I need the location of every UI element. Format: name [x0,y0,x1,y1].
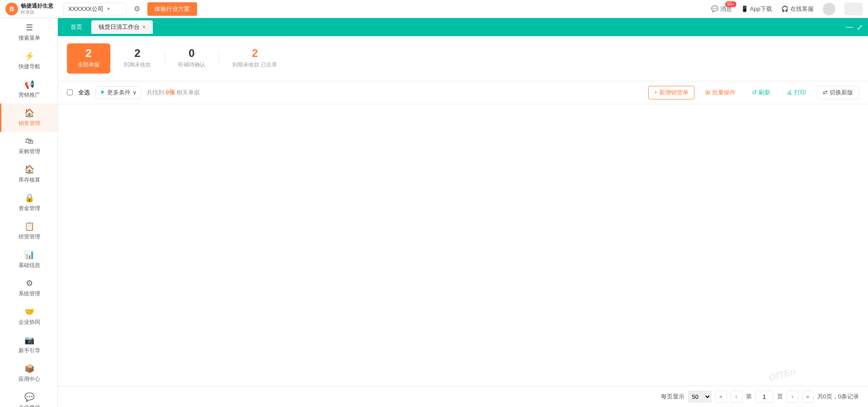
tab-close-icon[interactable]: × [142,24,146,30]
inventory-icon: 🏠 [24,164,34,174]
marketing-icon: 📢 [24,80,34,89]
enterprise-icon: 🤝 [24,307,34,317]
total-records-label: 共0页，0条记录 [817,393,859,401]
sidebar-item-marketing[interactable]: 📢 营销推广 [0,75,57,103]
sidebar-item-label: 经营管理 [19,233,40,241]
tab-bar: 首页 钱货日清工作台 × — ⤢ [58,18,868,36]
page-input[interactable] [755,391,774,402]
next-page-button[interactable]: › [787,391,798,402]
sidebar-item-label: 搜索菜单 [19,34,40,42]
select-all-checkbox[interactable] [67,89,73,95]
batch-icon: ⊞ [705,89,710,96]
logo-area: B 畅捷通好生意 标准版 [5,3,63,15]
per-page-select[interactable]: 50 20 100 [688,391,712,402]
trial-button[interactable]: 体验行业方案 [147,2,197,16]
stat-pending-label: 旺铺待确认 [178,61,205,69]
sidebar-item-operation[interactable]: 📋 经营管理 [0,217,57,245]
print-button[interactable]: 🖨 打印 [781,86,811,99]
sidebar-item-system[interactable]: ⚙ 系统管理 [0,274,57,302]
funds-icon: 🔒 [24,193,34,203]
sidebar-item-guide[interactable]: 📷 新手引导 [0,331,57,359]
minimize-icon[interactable]: — [846,23,853,32]
app-download-button[interactable]: 📱 App下载 [741,5,772,13]
switch-icon: ⇄ [823,89,828,96]
sidebar-item-label: 企业微信 [19,404,40,407]
logo-text: 畅捷通好生意 标准版 [21,3,53,14]
refresh-icon: ↺ [752,89,757,96]
quick-nav-icon: ⚡ [24,51,34,61]
sales-icon: 🏠 [24,108,34,118]
sidebar: ☰ 搜索菜单 ⚡ 快捷导航 📢 营销推广 🏠 销售管理 🛍 采购管理 🏠 库存核… [0,18,58,407]
wechat-icon: 💬 [24,392,34,402]
tab-controls: — ⤢ [846,23,863,32]
online-service-button[interactable]: 🎧 在线客服 [781,5,814,13]
stat-shipped-label: 到期未收款 已出库 [232,61,277,69]
sidebar-item-label: 基础信息 [19,262,40,269]
expand-icon[interactable]: ⤢ [857,23,863,32]
sidebar-item-app-center[interactable]: 📦 应用中心 [0,359,57,388]
operation-icon: 📋 [24,221,34,231]
sidebar-item-search-menu[interactable]: ☰ 搜索菜单 [0,18,57,47]
sidebar-item-funds[interactable]: 🔒 资金管理 [0,188,57,217]
user-name-area[interactable] [844,3,863,15]
new-sale-order-button[interactable]: + 新增销货单 [648,86,694,99]
search-menu-icon: ☰ [26,23,33,33]
stat-card-pending[interactable]: 0 旺铺待确认 [165,43,219,74]
stat-card-shipped[interactable]: 2 到期未收款 已出库 [219,43,291,74]
stat-overdue-label: 到期未收款 [124,61,151,69]
sidebar-item-label: 企业协同 [19,318,40,326]
pagination: 每页显示 50 20 100 « ‹ 第 页 › » 共0页，0条记录 [58,386,868,407]
prev-page-button[interactable]: ‹ [731,391,742,402]
toolbar: 全选 ▼ 更多条件 ∨ 共找到 0张 相关单据 + 新增销货单 ⊞ [58,81,868,104]
message-button[interactable]: 💬 消息 99+ [711,5,732,13]
logo-icon: B [5,3,18,15]
toolbar-right: + 新增销货单 ⊞ 批量操作 ↺ 刷新 🖨 打印 ⇄ [648,86,859,99]
tab-active[interactable]: 钱货日清工作台 × [91,20,153,34]
switch-version-button[interactable]: ⇄ 切换新版 [817,86,859,99]
page-content: 2 全部单据 2 到期未收款 0 旺铺待确认 2 到期未收款 已出库 [58,36,868,407]
first-page-button[interactable]: « [715,391,727,402]
message-badge: 99+ [725,1,736,7]
stat-card-all[interactable]: 2 全部单据 [67,43,110,74]
refresh-button[interactable]: ↺ 刷新 [746,86,776,99]
message-icon: 💬 [711,5,718,12]
sidebar-item-purchase[interactable]: 🛍 采购管理 [0,132,57,160]
filter-icon: ▼ [99,89,105,96]
sidebar-item-label: 销售管理 [19,120,40,127]
stat-card-overdue[interactable]: 2 到期未收款 [110,43,165,74]
sidebar-item-label: 资金管理 [19,205,40,212]
sidebar-item-quick-nav[interactable]: ⚡ 快捷导航 [0,47,57,75]
last-page-button[interactable]: » [802,391,814,402]
company-selector[interactable]: XXXXXX公司 ▼ [63,3,127,15]
stat-all-number: 2 [78,47,99,60]
stat-all-label: 全部单据 [78,61,99,69]
system-icon: ⚙ [26,278,33,288]
sidebar-item-label: 应用中心 [19,375,40,383]
content-area: 首页 钱货日清工作台 × — ⤢ 2 全部单据 2 到期未收款 [58,18,868,407]
table-area [58,104,868,386]
tab-home[interactable]: 首页 [63,20,90,34]
sidebar-item-label: 采购管理 [19,148,40,155]
found-text: 共找到 0张 相关单据 [146,89,200,97]
avatar[interactable] [823,3,835,15]
service-icon: 🎧 [781,5,788,12]
sidebar-item-wechat[interactable]: 💬 企业微信 [0,388,57,407]
sidebar-item-enterprise[interactable]: 🤝 企业协同 [0,302,57,331]
company-name: XXXXXX公司 [68,5,104,13]
stat-pending-number: 0 [178,47,205,60]
download-icon: 📱 [741,5,748,12]
sidebar-item-inventory[interactable]: 🏠 库存核算 [0,160,57,188]
settings-button[interactable]: ⚙ [130,2,144,16]
basic-info-icon: 📊 [24,250,34,260]
filter-label: 更多条件 [107,89,131,97]
select-all-label: 全选 [78,89,90,97]
filter-chevron-icon: ∨ [132,89,137,96]
sidebar-item-sales[interactable]: 🏠 销售管理 [0,103,57,132]
print-icon: 🖨 [787,89,793,96]
sidebar-item-label: 库存核算 [19,176,40,184]
sidebar-item-basic-info[interactable]: 📊 基础信息 [0,245,57,274]
top-right-area: 💬 消息 99+ 📱 App下载 🎧 在线客服 [711,3,863,15]
found-count: 0张 [166,89,175,96]
filter-button[interactable]: ▼ 更多条件 ∨ [95,86,141,99]
batch-operation-button[interactable]: ⊞ 批量操作 [700,86,741,99]
